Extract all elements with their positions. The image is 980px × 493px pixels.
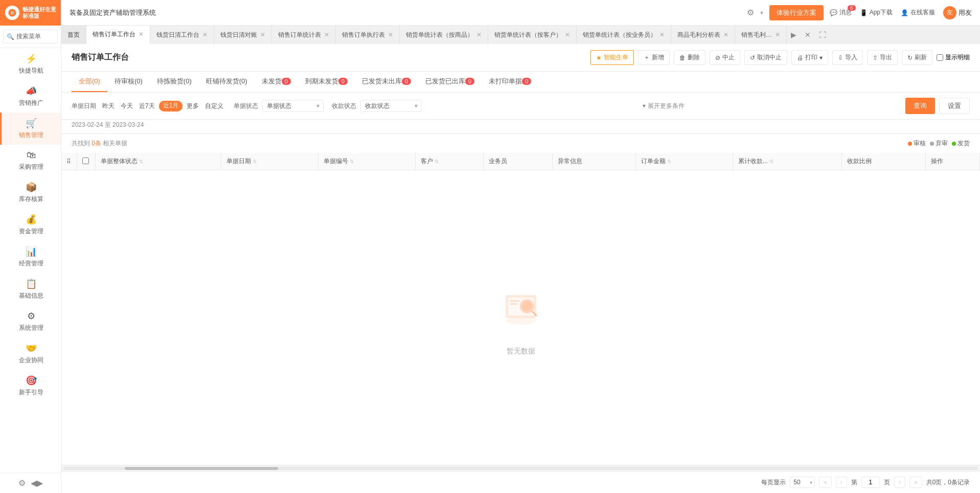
tab-sales-product[interactable]: 销货单统计表（按商品） ✕ — [400, 26, 488, 44]
collapse-button[interactable]: ◀▶ — [31, 478, 43, 488]
col-label: 业务员 — [489, 158, 507, 165]
date-btn-more[interactable]: 更多 — [185, 101, 201, 111]
col-date[interactable]: 单据日期 ⇅ — [221, 153, 318, 170]
date-btn-today[interactable]: 今天 — [119, 101, 135, 111]
sidebar-item-guide[interactable]: 🎯 新手引导 — [0, 370, 61, 402]
col-number[interactable]: 单据编号 ⇅ — [318, 153, 416, 170]
sidebar-item-purchase[interactable]: 🛍 采购管理 — [0, 145, 61, 176]
tab-sales-margin[interactable]: 销售毛利… ✕ — [735, 26, 787, 44]
tab-close-icon[interactable]: ✕ — [659, 32, 665, 38]
tab-close-all-button[interactable]: ✕ — [801, 26, 815, 44]
query-button[interactable]: 查询 — [905, 98, 935, 114]
app-download-button[interactable]: 📱 App下载 — [860, 8, 893, 17]
tab-product-margin[interactable]: 商品毛利分析表 ✕ — [671, 26, 735, 44]
date-btn-1month[interactable]: 近1月 — [159, 101, 183, 111]
first-page-button[interactable]: « — [819, 477, 832, 488]
drag-col-header: ⠿ — [61, 153, 77, 170]
next-page-button[interactable]: › — [894, 477, 905, 488]
export-button[interactable]: ⇧ 导出 — [867, 50, 898, 65]
filter-tab-wangpu[interactable]: 旺铺待发货(0) — [199, 72, 255, 92]
ship-action[interactable]: 发货 — [952, 139, 970, 148]
message-button[interactable]: 💬 消息 6 — [830, 8, 852, 17]
date-btn-custom[interactable]: 自定义 — [203, 101, 225, 111]
col-collected[interactable]: 累计收款... ⇅ — [733, 153, 842, 170]
filter-tab-shipped-no-out[interactable]: 已发货未出库0 — [355, 72, 418, 92]
delete-button[interactable]: 🗑 删除 — [674, 50, 705, 65]
sidebar-item-inventory[interactable]: 📦 库存核算 — [0, 176, 61, 209]
user-menu[interactable]: 友 用友 — [943, 6, 972, 19]
tab-close-icon[interactable]: ✕ — [202, 32, 208, 38]
filter-tab-all[interactable]: 全部(0) — [72, 72, 107, 92]
cancel-stop-button[interactable]: ↺ 取消中止 — [744, 50, 787, 65]
horizontal-scrollbar[interactable] — [61, 465, 980, 471]
tab-home[interactable]: 首页 — [61, 26, 86, 44]
industry-button[interactable]: 体验行业方案 — [769, 5, 824, 20]
filter-settings-button[interactable]: 设置 — [939, 98, 970, 114]
cancel-audit-action[interactable]: 弃审 — [930, 139, 948, 148]
sidebar-item-system[interactable]: ⚙ 系统管理 — [0, 305, 61, 338]
filter-tab-unprinted[interactable]: 未打印单据0 — [482, 72, 538, 92]
expand-filter-button[interactable]: ▾ 展开更多条件 — [643, 102, 685, 110]
col-customer[interactable]: 客户 ⇅ — [415, 153, 483, 170]
last-page-button[interactable]: » — [909, 477, 922, 488]
add-button[interactable]: ＋ 新增 — [638, 50, 670, 65]
tab-sales-order[interactable]: 销售订单工作台 ✕ — [86, 26, 150, 44]
filter-tab-shipped-out[interactable]: 已发货已出库0 — [418, 72, 482, 92]
print-icon: 🖨 — [797, 54, 803, 61]
page-size-select[interactable]: 50 10 20 100 — [790, 477, 815, 488]
tab-sales-salesman[interactable]: 销货单统计表（按业务员） ✕ — [577, 26, 671, 44]
tab-maximize-button[interactable]: ⛶ — [815, 26, 830, 44]
tab-cash-daily[interactable]: 钱货日清工作台 ✕ — [150, 26, 214, 44]
tab-sales-customer[interactable]: 销货单统计表（按客户） ✕ — [488, 26, 577, 44]
col-status[interactable]: 单据整体状态 ⇅ — [95, 153, 221, 170]
show-detail-checkbox[interactable]: 显示明细 — [937, 53, 970, 62]
tab-close-icon[interactable]: ✕ — [476, 32, 482, 38]
settings-bottom-button[interactable]: ⚙ — [18, 478, 26, 488]
tab-close-icon[interactable]: ✕ — [324, 32, 329, 38]
sidebar-item-marketing[interactable]: 📣 营销推广 — [0, 80, 61, 113]
audit-action[interactable]: 审核 — [908, 139, 926, 148]
print-button[interactable]: 🖨 打印 ▾ — [791, 50, 828, 65]
tab-close-icon[interactable]: ✕ — [388, 32, 393, 38]
sidebar-item-basic-info[interactable]: 📋 基础信息 — [0, 273, 61, 305]
tab-sales-exec[interactable]: 销售订单执行表 ✕ — [336, 26, 400, 44]
col-salesman[interactable]: 业务员 — [484, 153, 553, 170]
filter-tab-unshipped[interactable]: 未发货0 — [255, 72, 298, 92]
date-btn-yesterday[interactable]: 昨天 — [100, 101, 117, 111]
sidebar-item-sales[interactable]: 🛒 销售管理 — [0, 113, 61, 145]
filter-tab-pending[interactable]: 待审核(0) — [107, 72, 150, 92]
sidebar-item-management[interactable]: 📊 经营管理 — [0, 241, 61, 273]
import-button[interactable]: ⇩ 导入 — [832, 50, 863, 65]
print-label: 打印 — [805, 53, 817, 62]
scroll-thumb[interactable] — [125, 467, 278, 470]
smart-generate-button[interactable]: ★ 智能生单 — [590, 50, 634, 65]
filter-tab-inspection[interactable]: 待拣验货(0) — [150, 72, 199, 92]
prev-page-button[interactable]: ‹ — [836, 477, 847, 488]
sidebar-item-enterprise[interactable]: 🤝 企业协同 — [0, 338, 61, 370]
sidebar-item-finance[interactable]: 💰 资金管理 — [0, 209, 61, 241]
refresh-button[interactable]: ↻ 刷新 — [902, 50, 932, 65]
tab-close-icon[interactable]: ✕ — [260, 32, 265, 38]
tab-close-icon[interactable]: ✕ — [565, 32, 570, 38]
tab-cash-reconcile[interactable]: 钱货日清对账 ✕ — [214, 26, 272, 44]
stop-button[interactable]: ⊘ 中止 — [710, 50, 740, 65]
settings-icon[interactable]: ⚙ — [747, 8, 754, 17]
tab-sales-stats[interactable]: 销售订单统计表 ✕ — [272, 26, 336, 44]
user-avatar: 友 — [943, 6, 956, 19]
filter-tab-overdue[interactable]: 到期未发货0 — [298, 72, 355, 92]
sidebar-item-quick-nav[interactable]: ⚡ 快捷导航 — [0, 48, 61, 80]
tab-close-icon[interactable]: ✕ — [723, 32, 728, 38]
online-service-button[interactable]: 👤 在线客服 — [901, 8, 935, 17]
tab-close-icon[interactable]: ✕ — [775, 32, 780, 38]
date-btn-7days[interactable]: 近7天 — [137, 101, 157, 111]
page-number-input[interactable] — [861, 477, 880, 488]
show-detail-input[interactable] — [937, 54, 943, 61]
search-menu-button[interactable]: 🔍 搜索菜单 — [3, 30, 58, 43]
col-amount[interactable]: 订单金额 ⇅ — [635, 153, 733, 170]
status-select[interactable]: 单据状态 — [262, 100, 324, 112]
tab-more-button[interactable]: ▶ — [787, 26, 801, 44]
payment-select[interactable]: 收款状态 — [360, 100, 422, 112]
tab-close-icon[interactable]: ✕ — [139, 31, 144, 37]
scroll-track[interactable] — [63, 467, 978, 470]
select-all-checkbox[interactable] — [82, 158, 89, 164]
